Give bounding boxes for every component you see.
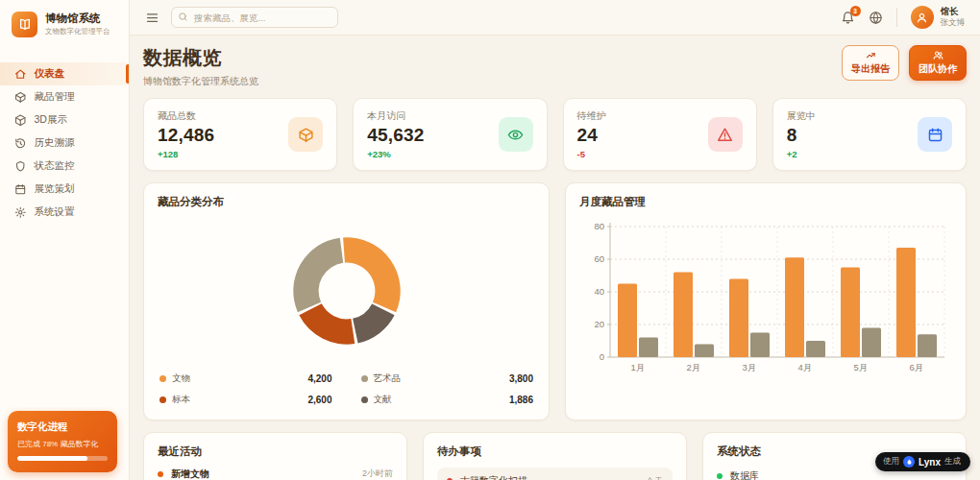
sidebar-item-label: 状态监控: [35, 159, 75, 173]
donut-segment-文物: [343, 237, 401, 312]
search-icon: [178, 12, 188, 22]
stat-card-展览中: 展览中8+2: [772, 98, 967, 171]
stat-value: 24: [577, 125, 606, 146]
activity-item: 新增文物清代青花瓷瓶2小时前: [158, 468, 393, 480]
legend-item-标本: 标本2,600: [159, 394, 332, 406]
legend-label: 文献: [374, 394, 392, 406]
stat-value: 12,486: [158, 125, 214, 146]
progress-bar: [17, 456, 108, 461]
sidebar-item-3d-display[interactable]: 3D展示: [0, 108, 129, 132]
svg-text:6月: 6月: [910, 362, 924, 372]
bar-5月-series1: [841, 268, 860, 358]
bar-2月-series2: [695, 344, 714, 357]
calendar-icon: [14, 183, 27, 196]
main-area: 3 馆长 张文博 数据概览 博物馆数字化管理系统: [130, 0, 980, 480]
menu-icon[interactable]: [145, 11, 159, 25]
progress-subtitle: 已完成 78% 藏品数字化: [17, 439, 108, 449]
donut-segment-文献: [353, 303, 395, 343]
legend-value: 3,800: [509, 373, 533, 384]
stat-delta: +2: [787, 149, 816, 159]
badge-brand: Lynx: [919, 457, 941, 468]
bar-4月-series1: [785, 257, 804, 357]
export-report-label: 导出报告: [851, 62, 890, 76]
donut-chart-title: 藏品分类分布: [158, 195, 535, 209]
history-icon: [14, 137, 27, 150]
legend-dot: [361, 375, 368, 382]
page-header-text: 数据概览 博物馆数字化管理系统总览: [143, 45, 258, 88]
stat-value: 45,632: [367, 125, 424, 146]
sidebar-item-label: 历史溯源: [35, 136, 75, 150]
todo-label: 古籍数字化扫描: [460, 474, 527, 480]
sidebar-item-settings[interactable]: 系统设置: [0, 201, 129, 224]
svg-text:20: 20: [594, 319, 604, 329]
page-title: 数据概览: [143, 45, 258, 71]
stat-text: 展览中8+2: [787, 109, 816, 159]
content: 数据概览 博物馆数字化管理系统总览 导出报告 团队协作 藏品总数12,486+1…: [130, 36, 980, 480]
bar-chart-title: 月度藏品管理: [579, 195, 952, 209]
app-tagline: 文物数字化管理平台: [45, 27, 110, 36]
legend-item-艺术品: 艺术品3,800: [361, 372, 534, 385]
legend-item-文献: 文献1,886: [361, 394, 534, 406]
bar-5月-series2: [862, 327, 881, 357]
notifications-button[interactable]: 3: [841, 11, 855, 25]
stat-delta: +23%: [367, 149, 424, 159]
sidebar-item-history[interactable]: 历史溯源: [0, 132, 129, 155]
alert-triangle-icon: [717, 127, 733, 143]
search-box: [171, 7, 338, 28]
legend-dot: [159, 396, 166, 403]
eye-icon: [507, 127, 524, 143]
bar-6月-series1: [896, 248, 916, 357]
language-button[interactable]: [869, 11, 883, 25]
sidebar-item-label: 藏品管理: [35, 90, 75, 104]
status-dot: [717, 473, 723, 479]
user-menu[interactable]: 馆长 张文博: [911, 6, 966, 29]
logo-mark: [12, 12, 37, 37]
bar-2月-series1: [674, 273, 693, 357]
lynx-glyph: [906, 459, 913, 466]
svg-text:5月: 5月: [854, 362, 869, 372]
svg-text:4月: 4月: [798, 362, 813, 372]
page-subtitle: 博物馆数字化管理系统总览: [143, 75, 258, 88]
activity-text: 新增文物清代青花瓷瓶: [171, 468, 223, 480]
cube-icon: [14, 114, 27, 127]
svg-text:2月: 2月: [687, 362, 701, 372]
legend-value: 4,200: [307, 373, 331, 384]
page-header: 数据概览 博物馆数字化管理系统总览 导出报告 团队协作: [143, 45, 967, 88]
bottom-row: 最近活动 新增文物清代青花瓷瓶2小时前 待办事项 古籍数字化扫描今天 系统状态 …: [143, 432, 967, 480]
stat-icon-box: [918, 117, 952, 152]
stat-card-藏品总数: 藏品总数12,486+128: [143, 98, 337, 171]
recent-activity-list: 新增文物清代青花瓷瓶2小时前: [158, 468, 393, 480]
donut-svg: [274, 218, 420, 364]
legend-value: 1,886: [509, 395, 533, 405]
notification-badge: 3: [850, 6, 861, 16]
sidebar-item-collections[interactable]: 藏品管理: [0, 85, 129, 108]
sidebar-item-exhibition[interactable]: 展览策划: [0, 178, 129, 201]
sidebar-item-dashboard[interactable]: 仪表盘: [0, 62, 129, 85]
topbar: 3 馆长 张文博: [130, 0, 980, 36]
search-input[interactable]: [171, 7, 338, 28]
user-role: 馆长: [941, 6, 966, 16]
lynx-attribution-badge[interactable]: 使用 Lynx 生成: [875, 452, 970, 471]
topbar-divider: [896, 8, 897, 27]
legend-dot: [361, 396, 368, 403]
todo-time: 今天: [646, 475, 663, 480]
gear-icon: [14, 206, 27, 219]
badge-prefix: 使用: [883, 456, 899, 468]
home-icon: [14, 68, 27, 81]
digitization-progress-card: 数字化进程 已完成 78% 藏品数字化: [8, 411, 117, 472]
shield-icon: [14, 160, 27, 173]
progress-title: 数字化进程: [17, 420, 108, 434]
export-report-button[interactable]: 导出报告: [842, 45, 899, 81]
todo-list: 古籍数字化扫描今天: [437, 468, 673, 480]
donut-chart: [158, 209, 535, 372]
legend-dot: [159, 375, 166, 382]
stat-delta: -5: [577, 149, 606, 159]
bar-3月-series2: [750, 333, 770, 358]
team-collab-button[interactable]: 团队协作: [909, 45, 967, 81]
sidebar-item-monitor[interactable]: 状态监控: [0, 155, 129, 178]
legend-value: 2,600: [307, 395, 331, 405]
todo-item[interactable]: 古籍数字化扫描今天: [437, 468, 673, 480]
bar-chart: 0204060801月2月3月4月5月6月: [579, 215, 952, 386]
topbar-actions: 3 馆长 张文博: [841, 6, 966, 29]
stat-label: 藏品总数: [158, 109, 214, 123]
